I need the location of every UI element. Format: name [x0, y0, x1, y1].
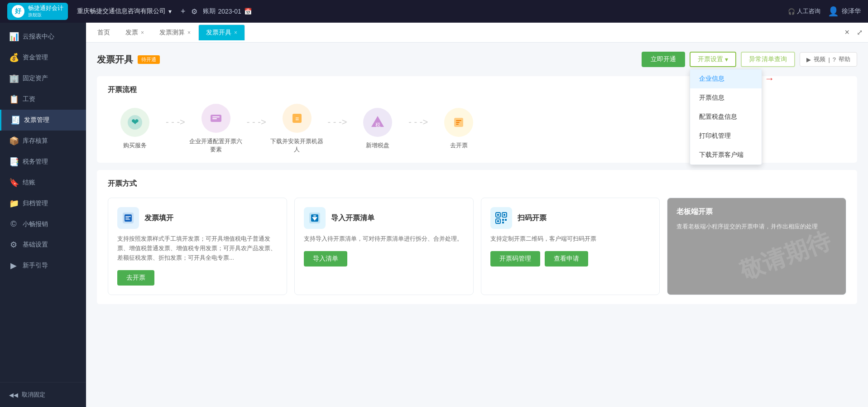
sidebar-collapse-button[interactable]: ◀◀ 取消固定	[0, 386, 86, 403]
immediate-open-button[interactable]: 立即开通	[642, 52, 685, 67]
svg-rect-12	[456, 124, 459, 125]
video-help-button[interactable]: ▶ 视频 | ? 帮助	[800, 52, 857, 67]
invoice-settings-button[interactable]: 开票设置 ▾	[690, 52, 736, 67]
logo-subtitle: 旗舰版	[28, 12, 63, 18]
sidebar-item-gudingzichan[interactable]: 🏢 固定资产	[0, 68, 86, 89]
svg-text:≡: ≡	[295, 115, 298, 122]
page-content: 发票开具 待开通 立即开通 开票设置 ▾	[86, 43, 868, 407]
flow-step-buy: ❤ 购买服务	[108, 108, 162, 150]
dropdown-item-company-info[interactable]: 企业信息 →	[690, 69, 762, 88]
user-avatar-icon: 👤	[828, 6, 839, 17]
dropdown-item-invoice-info[interactable]: 开票信息	[690, 88, 762, 107]
flow-icon-config	[201, 104, 230, 133]
flow-icon-download: ≡	[283, 104, 312, 133]
sidebar-item-xiaochang-label: 小畅报销	[23, 220, 48, 228]
flow-icon-invoice	[444, 108, 473, 137]
tab-fapiao[interactable]: 发票 ×	[118, 24, 152, 40]
yunbao-icon: 📊	[9, 32, 18, 42]
tab-expand-button[interactable]: ⤢	[855, 26, 864, 39]
method-card-import: 导入开票清单 支持导入待开票清单，可对待开票清单进行拆分、合并处理。 导入清单	[294, 198, 474, 295]
scan-buttons: 开票码管理 查看申请	[490, 251, 651, 266]
flow-label-buy: 购买服务	[123, 141, 147, 150]
method-card-scan: 扫码开票 支持定制开票二维码，客户端可扫码开票 开票码管理 查看申请	[481, 198, 660, 295]
sidebar-item-xinshouyindao[interactable]: ▶ 新手引导	[0, 255, 86, 276]
sidebar-item-shuiwu[interactable]: 📑 税务管理	[0, 151, 86, 172]
gudingzichan-icon: 🏢	[9, 73, 18, 83]
jiezhang-icon: 🔖	[9, 178, 18, 188]
svg-rect-25	[497, 214, 499, 216]
taxdisk-config-label: 配置税盘信息	[699, 113, 737, 120]
boss-card-desc: 查看老板端小程序提交的开票申请，并作出相应的处理	[676, 222, 837, 232]
svg-rect-16	[125, 218, 129, 218]
method-card-boss: 老板端开票 查看老板端小程序提交的开票申请，并作出相应的处理 敬请期待	[667, 198, 846, 295]
flow-icon-newtaxdisk: 税	[363, 108, 392, 137]
tab-fapiaokaiqu-label: 发票开具	[206, 29, 231, 37]
sidebar-item-kucun-label: 库存核算	[23, 137, 48, 145]
flow-arrow-2: - - ->	[243, 117, 270, 127]
sidebar-item-jichushezhi-label: 基础设置	[23, 241, 48, 249]
sidebar-item-jiezhang[interactable]: 🔖 结账	[0, 172, 86, 193]
dropdown-item-printer-mgmt[interactable]: 打印机管理	[690, 126, 762, 145]
sidebar-bottom: ◀◀ 取消固定	[0, 382, 86, 407]
watermark-text: 敬请期待	[735, 225, 834, 287]
methods-section-title: 开票方式	[108, 179, 846, 189]
tab-fapiao-close[interactable]: ×	[141, 29, 144, 36]
svg-rect-26	[504, 214, 505, 216]
consult-label: 人工咨询	[797, 7, 820, 15]
scan-code-mgmt-button[interactable]: 开票码管理	[490, 251, 540, 266]
tab-fapiao-label: 发票	[125, 29, 138, 37]
tab-fapiaocesuan[interactable]: 发票测算 ×	[152, 24, 198, 40]
svg-rect-15	[125, 216, 131, 217]
tab-home-label: 首页	[97, 29, 110, 37]
settings-dropdown-wrapper: 开票设置 ▾ 企业信息 → 开票信息	[690, 52, 736, 67]
sidebar-item-fapiao-label: 发票管理	[24, 116, 49, 124]
import-list-button[interactable]: 导入清单	[304, 251, 347, 266]
scan-view-apply-button[interactable]: 查看申请	[545, 251, 588, 266]
sidebar-item-guidang[interactable]: 📁 归档管理	[0, 193, 86, 214]
tab-close-all-button[interactable]: ×	[843, 26, 851, 39]
tab-fapiaocesuan-close[interactable]: ×	[187, 29, 191, 36]
page-title-area: 发票开具 待开通	[97, 53, 160, 66]
sidebar-item-zijin-label: 资金管理	[23, 53, 48, 62]
sidebar-item-yunbao[interactable]: 📊 云报表中心	[0, 26, 86, 47]
tab-home[interactable]: 首页	[90, 24, 118, 40]
sidebar-item-zijin[interactable]: 💰 资金管理	[0, 47, 86, 68]
sidebar-item-fapiao[interactable]: 🧾 发票管理	[0, 110, 86, 131]
tab-fapiaokaiqu[interactable]: 发票开具 ×	[198, 24, 245, 40]
svg-rect-3	[212, 116, 220, 117]
sidebar-item-kucun[interactable]: 📦 库存核算	[0, 131, 86, 151]
consult-button[interactable]: 🎧 人工咨询	[788, 7, 820, 15]
tab-fapiaokaiqu-close[interactable]: ×	[234, 29, 237, 36]
company-selector[interactable]: 重庆畅捷交通信息咨询有限公司 ▾	[73, 5, 175, 17]
sidebar-item-gongzi[interactable]: 📋 工资	[0, 89, 86, 110]
settings-icon[interactable]: ⚙	[191, 7, 197, 16]
svg-rect-4	[212, 118, 217, 119]
method-card-fill: 发票填开 支持按照发票样式手工填开发票；可开具增值税电子普通发票、增值税普通发票…	[108, 198, 287, 295]
content-area: 首页 发票 × 发票测算 × 发票开具 × × ⤢	[86, 23, 868, 407]
page-title: 发票开具	[97, 53, 133, 66]
sidebar-item-guidang-label: 归档管理	[23, 199, 48, 208]
jichushezhi-icon: ⚙	[9, 240, 18, 250]
sidebar-item-xiaochang[interactable]: © 小畅报销	[0, 214, 86, 234]
fill-card-title: 发票填开	[144, 213, 173, 223]
headset-icon: 🎧	[788, 8, 795, 15]
fill-card-header: 发票填开	[117, 207, 278, 229]
dropdown-arrow-icon: ▾	[168, 8, 172, 15]
tab-bar: 首页 发票 × 发票测算 × 发票开具 × × ⤢	[86, 23, 868, 43]
dropdown-item-taxdisk-config[interactable]: 配置税盘信息	[690, 107, 762, 126]
sidebar-item-jichushezhi[interactable]: ⚙ 基础设置	[0, 234, 86, 255]
boss-card-header: 老板端开票	[676, 207, 837, 217]
divider: |	[828, 56, 830, 63]
import-card-header: 导入开票清单	[304, 207, 464, 229]
flow-label-download: 下载并安装开票机器人	[270, 137, 324, 154]
import-card-title: 导入开票清单	[331, 213, 374, 223]
help-label: 帮助	[839, 55, 850, 63]
abnormal-list-button[interactable]: 异常清单查询	[741, 52, 795, 67]
settings-dropdown-menu: 企业信息 → 开票信息 配置税盘信息 打印机管理	[690, 69, 762, 165]
add-button[interactable]: +	[181, 7, 186, 16]
dropdown-item-download-client[interactable]: 下载开票客户端	[690, 145, 762, 165]
user-info[interactable]: 👤 徐泽华	[828, 6, 861, 17]
fill-card-desc: 支持按照发票样式手工填开发票；可开具增值税电子普通发票、增值税普通发票、增值税专…	[117, 234, 278, 262]
main-area: 📊 云报表中心 💰 资金管理 🏢 固定资产 📋 工资 🧾 发票管理	[0, 23, 868, 407]
fill-invoice-button[interactable]: 去开票	[117, 270, 154, 286]
